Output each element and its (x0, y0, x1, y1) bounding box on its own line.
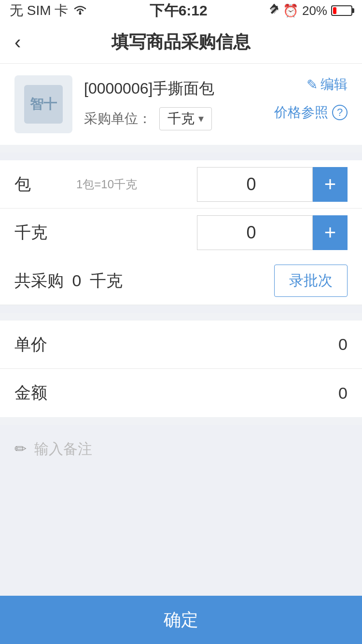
svg-point-0 (79, 13, 82, 15)
amount-value: 0 (338, 384, 348, 403)
confirm-button[interactable]: 确定 (0, 596, 362, 644)
kg-input-right: + (197, 215, 348, 250)
product-card: 智十 [0000006]手撕面包 采购单位： 千克 ▾ ✎ 编辑 价格参照 ? (0, 64, 362, 145)
nav-bar: ‹ 填写商品采购信息 (0, 21, 362, 64)
battery-icon (331, 5, 352, 16)
page-title: 填写商品采购信息 (43, 30, 319, 54)
remarks-placeholder: 输入备注 (34, 439, 92, 459)
bag-input-right: + (197, 167, 348, 202)
bag-quantity-input[interactable] (197, 167, 313, 202)
unit-price-value: 0 (338, 335, 348, 354)
summary-prefix: 共采购 (14, 271, 64, 290)
summary-row: 共采购 0 千克 录批次 (0, 257, 362, 305)
kg-plus-button[interactable]: + (313, 215, 348, 250)
batch-record-button[interactable]: 录批次 (274, 265, 348, 297)
location-icon (269, 3, 279, 18)
unit-value: 千克 (167, 110, 195, 128)
amount-label: 金额 (14, 382, 338, 404)
bag-label: 包 (14, 173, 72, 196)
unit-price-label: 单价 (14, 334, 338, 356)
kg-quantity-input[interactable] (197, 215, 313, 250)
price-ref-icon: ? (332, 105, 348, 120)
price-ref-button[interactable]: 价格参照 ? (274, 103, 348, 122)
amount-row: 金额 0 (0, 369, 362, 417)
separator-1 (0, 153, 362, 160)
chevron-down-icon: ▾ (198, 112, 204, 125)
summary-text: 共采购 0 千克 (14, 270, 274, 292)
edit-button[interactable]: ✎ 编辑 (306, 75, 348, 94)
status-right: ⏰ 20% (269, 3, 352, 18)
product-actions: ✎ 编辑 价格参照 ? (274, 75, 348, 122)
alarm-icon: ⏰ (283, 3, 298, 18)
kg-label: 千克 (14, 222, 72, 244)
product-name: [0000006]手撕面包 (84, 78, 263, 99)
carrier-text: 无 SIM 卡 (10, 1, 68, 20)
back-button[interactable]: ‹ (14, 31, 43, 53)
remarks-section[interactable]: ✏ 输入备注 (0, 425, 362, 483)
product-info: [0000006]手撕面包 采购单位： 千克 ▾ (84, 78, 263, 130)
edit-icon: ✎ (306, 77, 318, 93)
kg-input-row: 千克 + (0, 209, 362, 257)
unit-price-row: 单价 0 (0, 321, 362, 369)
bag-input-row: 包 1包=10千克 + (0, 160, 362, 209)
price-ref-label: 价格参照 (274, 103, 328, 122)
product-thumbnail: 智十 (14, 75, 72, 133)
pencil-icon: ✏ (14, 440, 27, 457)
unit-select[interactable]: 千克 ▾ (159, 107, 212, 130)
price-info-section: 单价 0 金额 0 (0, 321, 362, 417)
status-bar: 无 SIM 卡 下午6:12 ⏰ 20% (0, 0, 362, 21)
summary-unit: 千克 (90, 271, 123, 290)
bag-plus-button[interactable]: + (313, 167, 348, 202)
status-time: 下午6:12 (150, 1, 208, 21)
edit-label: 编辑 (320, 75, 348, 94)
wifi-icon (73, 3, 87, 18)
bag-sublabel: 1包=10千克 (76, 177, 197, 192)
summary-value: 0 (72, 271, 81, 290)
input-section: 包 1包=10千克 + 千克 + (0, 160, 362, 257)
unit-label: 采购单位： (84, 110, 152, 128)
status-left: 无 SIM 卡 (10, 1, 87, 20)
product-unit-row: 采购单位： 千克 ▾ (84, 107, 263, 130)
product-thumb-text: 智十 (24, 85, 63, 124)
separator-2 (0, 305, 362, 313)
battery-percent: 20% (302, 3, 327, 18)
